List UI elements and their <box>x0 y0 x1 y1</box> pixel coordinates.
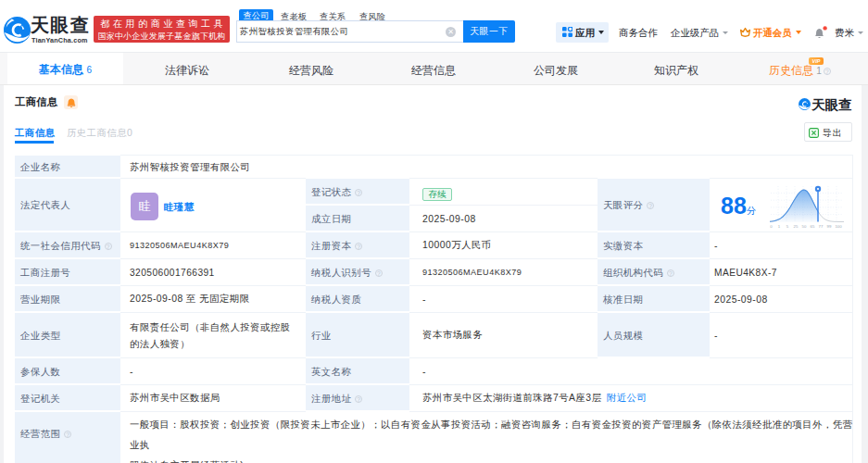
svg-text:1: 1 <box>778 224 781 229</box>
svg-text:77: 77 <box>819 224 824 229</box>
svg-text:25: 25 <box>794 224 799 229</box>
svg-text:99: 99 <box>827 224 832 229</box>
svg-text:50: 50 <box>802 224 807 229</box>
svg-text:5: 5 <box>786 224 789 229</box>
svg-text:100: 100 <box>835 224 842 229</box>
svg-text:65: 65 <box>811 224 815 229</box>
svg-text:0: 0 <box>770 224 773 229</box>
